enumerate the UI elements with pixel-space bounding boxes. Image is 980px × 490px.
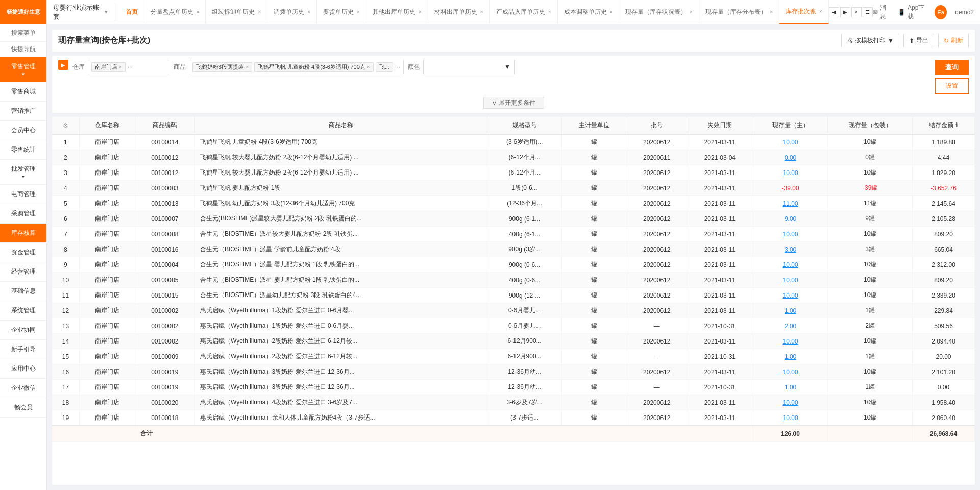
tab-order[interactable]: 要货单历史 × [317,0,366,24]
sidebar-item-guide[interactable]: 新手引导 [0,340,46,359]
cell-spec: (12-36个月... [487,196,562,211]
tab-assembly[interactable]: 组装拆卸单历史 × [206,0,267,24]
sidebar-item-inventory[interactable]: 库存核算 [0,224,46,243]
th-settings[interactable]: ⚙ [52,117,79,134]
query-button[interactable]: 查询 [935,60,969,75]
th-code: 商品编码 [135,117,194,134]
sidebar-item-retail[interactable]: 零售管理 ▼ [0,57,46,82]
cell-amount: 809.20 [912,227,974,242]
cell-qty-pkg: 9罐 [828,211,913,227]
cell-batch: — [627,380,687,395]
tab-costadjust[interactable]: 成本调整单历史 × [558,0,620,24]
tab-stockcount[interactable]: 分量盘点单历史 × [144,0,206,24]
sidebar-item-vip[interactable]: 畅会员 [0,398,46,418]
sidebar-item-quicknav[interactable]: 快捷导航 [0,42,46,57]
cell-name: 飞鹤星飞帆 较大婴儿配方奶粉 2段(6-12个月婴幼儿适用) ... [194,150,487,165]
settings-icon[interactable]: ⚙ [63,122,68,129]
cell-qty-main[interactable]: 1.00 [753,303,828,318]
remove-product-tag-1[interactable]: × [246,64,249,70]
cell-unit: 罐 [561,134,627,150]
sidebar-item-appcenter[interactable]: 应用中心 [0,359,46,379]
sidebar-item-enterprise[interactable]: 企业协同 [0,321,46,340]
more-filter-dots[interactable]: ··· [128,63,133,70]
cell-qty-main[interactable]: 11.00 [753,196,828,211]
cell-qty-main[interactable]: 2.00 [753,318,828,334]
tab-otherout[interactable]: 其他出库单历史 × [366,0,428,24]
sidebar-item-member[interactable]: 会员中心 [0,121,46,140]
product-tag-group[interactable]: 飞鹤奶粉3段两提装 × 飞鹤星飞帆 儿童奶粉 4段(3-6岁适用) 700克 ×… [189,60,404,74]
sidebar-item-purchase[interactable]: 采购管理 [0,204,46,224]
tab-stockdist[interactable]: 现存量（库存分布表） × [699,0,779,24]
close-icon[interactable]: × [690,9,693,15]
more-product-dots[interactable]: ··· [395,63,400,70]
cell-code: 00100019 [135,364,194,380]
close-icon[interactable]: × [258,9,261,15]
cell-qty-main[interactable]: -39.00 [753,181,828,196]
tab-home[interactable]: 首页 [119,0,144,24]
cell-qty-main[interactable]: 10.00 [753,227,828,242]
tab-materialout[interactable]: 材料出库单历史 × [428,0,490,24]
account-dropdown[interactable]: 母婴行业演示账套 ▼ [53,3,115,21]
cell-qty-main[interactable]: 10.00 [753,288,828,303]
close-icon[interactable]: × [480,9,483,15]
remove-product-tag-2[interactable]: × [367,64,370,70]
cell-qty-main[interactable]: 10.00 [753,410,828,426]
sidebar-item-retail-mall[interactable]: 零售商城 [0,82,46,102]
cell-qty-main[interactable]: 10.00 [753,364,828,380]
tab-close-button[interactable]: × [851,7,862,17]
sidebar-item-system[interactable]: 系统管理 [0,301,46,321]
tab-next-button[interactable]: ▶ [840,7,850,17]
sidebar-item-retail-stats[interactable]: 零售统计 [0,140,46,160]
settings-button[interactable]: 设置 [935,78,969,94]
tab-prev-button[interactable]: ◀ [829,7,839,17]
close-icon[interactable]: × [307,9,310,15]
cell-expire: 2021-03-11 [687,242,753,257]
cell-spec: (3-6岁适用)... [487,134,562,150]
cell-expire: 2021-03-11 [687,395,753,410]
sidebar-item-wholesale[interactable]: 批发管理 ▼ [0,160,46,185]
cell-qty-main[interactable]: 10.00 [753,273,828,288]
close-icon[interactable]: × [419,9,422,15]
username-label[interactable]: demo2 [955,9,974,16]
close-icon[interactable]: × [548,9,551,15]
sidebar-item-operations[interactable]: 经营管理 [0,262,46,282]
cell-qty-main[interactable]: 10.00 [753,257,828,273]
warehouse-tag-group[interactable]: 南岸门店 × ··· [88,60,169,74]
message-link[interactable]: ✉ 消息 [873,4,890,21]
user-avatar[interactable]: Ea [935,5,947,19]
app-download-link[interactable]: 📱 App下载 [898,4,926,21]
refresh-button[interactable]: ↻ 刷新 [938,34,969,47]
color-dropdown[interactable]: ▼ [423,60,515,74]
filter-expand-button[interactable]: ▶ [58,60,68,70]
cell-qty-main[interactable]: 10.00 [753,334,828,349]
sidebar-item-search[interactable]: 搜索菜单 [0,24,46,42]
sidebar-item-ecommerce[interactable]: 电商管理 [0,185,46,204]
print-button[interactable]: 🖨 按模板打印 ▼ [841,34,899,47]
sidebar-item-marketing[interactable]: 营销推广 [0,102,46,121]
cell-qty-main[interactable]: 1.00 [753,380,828,395]
cell-qty-main[interactable]: 1.00 [753,349,828,364]
cell-batch: 20200612 [627,410,687,426]
tab-productin[interactable]: 产成品入库单历史 × [490,0,558,24]
close-icon[interactable]: × [819,9,822,14]
export-button[interactable]: ⬆ 导出 [903,34,934,47]
sidebar-item-basics[interactable]: 基础信息 [0,282,46,301]
close-icon[interactable]: × [610,9,613,15]
tab-stockbatch[interactable]: 库存批次账 × [779,0,829,24]
cell-qty-main[interactable]: 0.00 [753,150,828,165]
close-icon[interactable]: × [357,9,360,15]
cell-qty-main[interactable]: 3.00 [753,242,828,257]
close-icon[interactable]: × [197,9,200,15]
tab-stockstatus[interactable]: 现存量（库存状况表） × [619,0,699,24]
cell-qty-main[interactable]: 10.00 [753,395,828,410]
cell-qty-main[interactable]: 10.00 [753,165,828,181]
remove-warehouse-tag[interactable]: × [119,64,122,70]
sidebar-item-wechat[interactable]: 企业微信 [0,379,46,398]
cell-qty-main[interactable]: 10.00 [753,134,828,150]
tab-transfer[interactable]: 调拨单历史 × [267,0,317,24]
sidebar-item-finance[interactable]: 资金管理 [0,243,46,262]
tab-menu-button[interactable]: ☰ [863,7,873,17]
cell-qty-main[interactable]: 9.00 [753,211,828,227]
close-icon[interactable]: × [770,9,773,15]
expand-more-button[interactable]: ∨ 展开更多条件 [483,97,544,109]
